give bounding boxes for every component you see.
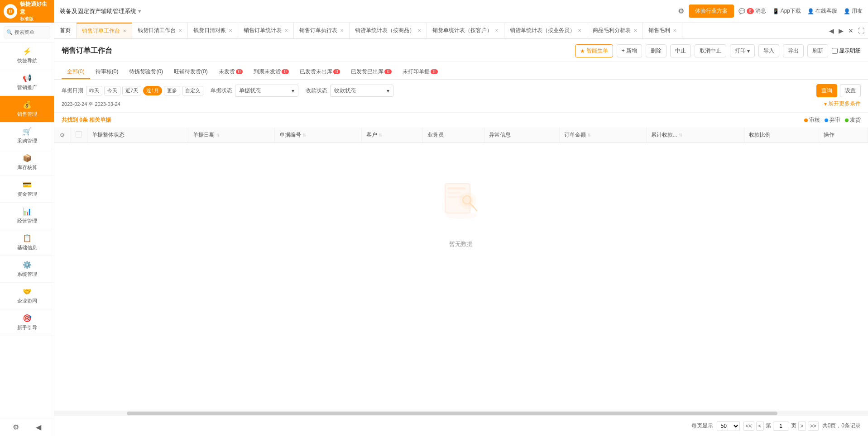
date-yesterday[interactable]: 昨天 bbox=[86, 86, 102, 95]
sub-tab-all[interactable]: 全部(0) bbox=[62, 65, 90, 79]
refresh-btn[interactable]: 刷新 bbox=[807, 44, 828, 57]
stop-btn[interactable]: 中止 bbox=[670, 44, 691, 57]
expand-conditions-btn[interactable]: ▾ 展开更多条件 bbox=[824, 100, 861, 108]
sub-tab-shipped-not-out[interactable]: 已发货未出库0 bbox=[294, 65, 346, 79]
sidebar-item-basic-info[interactable]: 📋 基础信息 bbox=[0, 229, 54, 256]
page-size-select[interactable]: 20 50 100 bbox=[717, 421, 740, 431]
th-settings[interactable]: ⚙ bbox=[54, 128, 71, 143]
app-download-action[interactable]: 📱 App下载 bbox=[772, 7, 801, 15]
tab-close-all[interactable]: ✕ bbox=[846, 26, 855, 35]
th-number[interactable]: 单据编号 ⇅ bbox=[275, 128, 362, 143]
sidebar-item-inventory[interactable]: 📦 库存核算 bbox=[0, 149, 54, 176]
tab-sales-more[interactable]: 销售毛利 ✕ bbox=[643, 23, 682, 39]
sidebar-item-purchase[interactable]: 🛒 采购管理 bbox=[0, 123, 54, 149]
tab-home[interactable]: 首页 bbox=[54, 23, 77, 39]
date-7days[interactable]: 近7天 bbox=[122, 86, 141, 95]
ship-btn[interactable]: 发货 bbox=[845, 116, 861, 124]
sub-tab-not-shipped[interactable]: 未发货0 bbox=[213, 65, 249, 79]
topbar-settings-icon[interactable]: ⚙ bbox=[678, 7, 684, 15]
show-detail-checkbox[interactable] bbox=[832, 48, 838, 54]
tab-sales-summary-staff[interactable]: 销货单统计表（按业务员） ✕ bbox=[504, 23, 587, 39]
tab-scroll-left[interactable]: ◀ bbox=[827, 26, 836, 35]
tab-sales-workbench-close[interactable]: ✕ bbox=[123, 28, 126, 33]
status-select[interactable]: 单据状态 ▾ bbox=[235, 85, 298, 97]
th-collected[interactable]: 累计收款... ⇅ bbox=[646, 128, 744, 143]
horizontal-scrollbar[interactable] bbox=[54, 411, 868, 415]
collapse-btn[interactable]: ◀ bbox=[36, 423, 41, 431]
sidebar-item-guide[interactable]: 🎯 新手引导 bbox=[0, 309, 54, 336]
add-btn[interactable]: + 新增 bbox=[617, 44, 642, 57]
page-size-label: 每页显示 bbox=[691, 422, 713, 430]
tab-sales-summary-staff-close[interactable]: ✕ bbox=[578, 28, 581, 33]
date-1month[interactable]: 近1月 bbox=[143, 86, 162, 95]
sidebar-item-system[interactable]: ⚙️ 系统管理 bbox=[0, 256, 54, 283]
sub-tab-pending-inspect[interactable]: 待拣货验货(0) bbox=[124, 65, 168, 79]
next-page-btn[interactable]: > bbox=[798, 422, 806, 431]
tab-sales-stat-close[interactable]: ✕ bbox=[284, 28, 288, 33]
date-more[interactable]: 更多 bbox=[164, 86, 180, 95]
tab-sales-stat[interactable]: 销售订单统计表 ✕ bbox=[238, 23, 294, 39]
query-btn[interactable]: 查询 bbox=[816, 84, 837, 97]
tab-maximize[interactable]: ⛶ bbox=[856, 26, 866, 35]
smart-gen-btn[interactable]: ★ 智能生单 bbox=[575, 44, 613, 57]
select-all-checkbox[interactable] bbox=[76, 131, 82, 137]
sidebar-search[interactable]: 🔍 搜索菜单 bbox=[0, 23, 54, 43]
sub-tab-pending-review[interactable]: 待审核(0) bbox=[90, 65, 124, 79]
sidebar-item-operations[interactable]: 📊 经营管理 bbox=[0, 203, 54, 229]
tab-sales-summary-customer-close[interactable]: ✕ bbox=[495, 28, 499, 33]
tab-sales-exec[interactable]: 销售订单执行表 ✕ bbox=[294, 23, 350, 39]
abandon-review-btn[interactable]: 弃审 bbox=[825, 116, 840, 124]
payment-select[interactable]: 收款状态 ▾ bbox=[330, 85, 393, 97]
page-input[interactable] bbox=[773, 422, 789, 431]
sidebar-item-finance[interactable]: 💳 资金管理 bbox=[0, 176, 54, 203]
message-action[interactable]: 💬 6 消息 bbox=[739, 7, 766, 15]
scrollbar-thumb[interactable] bbox=[127, 412, 777, 415]
sidebar-item-marketing[interactable]: 📢 营销推广 bbox=[0, 69, 54, 96]
date-today[interactable]: 今天 bbox=[104, 86, 120, 95]
date-custom[interactable]: 自定义 bbox=[182, 86, 203, 95]
first-page-btn[interactable]: << bbox=[743, 422, 754, 431]
tab-sales-more-close[interactable]: ✕ bbox=[673, 28, 676, 33]
tab-cash-daily[interactable]: 钱货日清工作台 ✕ bbox=[132, 23, 188, 39]
prev-page-btn[interactable]: < bbox=[756, 422, 764, 431]
tab-sales-workbench[interactable]: 销售订单工作台 ✕ bbox=[77, 23, 132, 39]
th-amount[interactable]: 订单金额 ⇅ bbox=[559, 128, 646, 143]
tab-sales-exec-close[interactable]: ✕ bbox=[340, 28, 344, 33]
show-detail-checkbox-label[interactable]: 显示明细 bbox=[832, 47, 861, 55]
cancel-stop-btn[interactable]: 取消中止 bbox=[695, 44, 726, 57]
tab-sales-summary-customer[interactable]: 销货单统计表（按客户） ✕ bbox=[427, 23, 504, 39]
delete-btn[interactable]: 删除 bbox=[646, 44, 667, 57]
search-menu-btn[interactable]: 🔍 搜索菜单 bbox=[4, 26, 50, 38]
sub-tab-shipped-out[interactable]: 已发货已出库0 bbox=[345, 65, 397, 79]
import-btn[interactable]: 导入 bbox=[758, 44, 779, 57]
tab-cash-reconcile-label: 钱货日清对账 bbox=[193, 27, 226, 34]
th-date[interactable]: 单据日期 ⇅ bbox=[188, 128, 275, 143]
print-btn[interactable]: 打印 ▾ bbox=[730, 44, 755, 57]
sidebar-item-enterprise[interactable]: 🤝 企业协同 bbox=[0, 283, 54, 309]
app-name: 畅捷通好生意 bbox=[20, 0, 50, 16]
column-settings-icon[interactable]: ⚙ bbox=[60, 132, 65, 138]
tab-scroll-right[interactable]: ▶ bbox=[837, 26, 845, 35]
th-checkbox[interactable] bbox=[71, 128, 87, 143]
sidebar-item-quick-nav[interactable]: ⚡ 快捷导航 bbox=[0, 43, 54, 69]
tab-product-margin-close[interactable]: ✕ bbox=[633, 28, 637, 33]
tab-cash-reconcile[interactable]: 钱货日清对账 ✕ bbox=[188, 23, 238, 39]
tab-sales-summary-product[interactable]: 销货单统计表（按商品） ✕ bbox=[350, 23, 427, 39]
sidebar-item-sales[interactable]: 💰 销售管理 bbox=[0, 96, 54, 123]
tab-cash-reconcile-close[interactable]: ✕ bbox=[229, 28, 232, 33]
online-service-action[interactable]: 👤 在线客服 bbox=[807, 7, 837, 15]
tab-product-margin[interactable]: 商品毛利分析表 ✕ bbox=[587, 23, 643, 39]
tab-sales-summary-product-close[interactable]: ✕ bbox=[417, 28, 421, 33]
last-page-btn[interactable]: >> bbox=[808, 422, 819, 431]
settings-bottom-btn[interactable]: ⚙ bbox=[13, 423, 19, 431]
sub-tab-overdue-not-shipped[interactable]: 到期未发货0 bbox=[248, 65, 294, 79]
sub-tab-not-printed[interactable]: 未打印单据0 bbox=[397, 65, 443, 79]
th-customer[interactable]: 客户 ⇅ bbox=[362, 128, 422, 143]
tab-cash-daily-close[interactable]: ✕ bbox=[178, 28, 182, 33]
experience-btn[interactable]: 体验行业方案 bbox=[689, 5, 734, 18]
filter-settings-btn[interactable]: 设置 bbox=[840, 84, 861, 97]
review-btn[interactable]: 审核 bbox=[804, 116, 820, 124]
user-action[interactable]: 👤 用友 bbox=[844, 7, 863, 15]
export-btn[interactable]: 导出 bbox=[783, 44, 804, 57]
sub-tab-wangpu[interactable]: 旺铺待发货(0) bbox=[168, 65, 213, 79]
